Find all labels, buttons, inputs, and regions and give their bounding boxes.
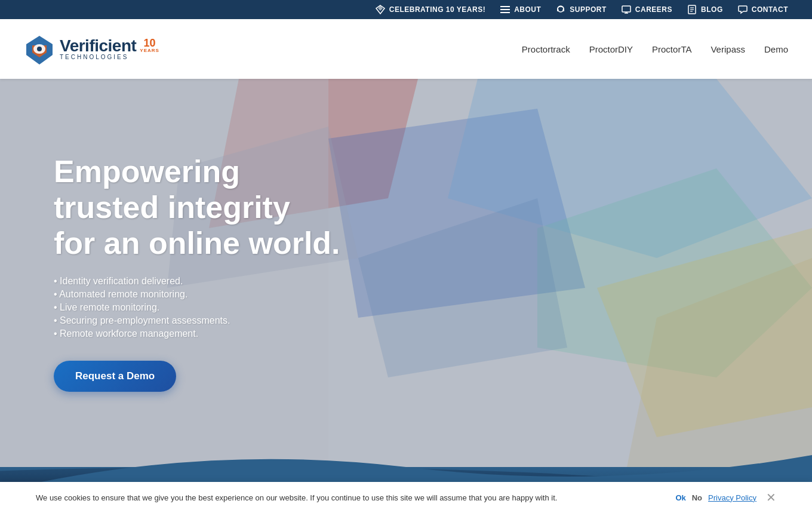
nav-veripass[interactable]: Veripass xyxy=(710,44,745,54)
topbar-support[interactable]: SUPPORT xyxy=(555,4,607,15)
svg-rect-3 xyxy=(500,9,510,10)
svg-rect-7 xyxy=(563,9,565,11)
bullet-5: • Remote workforce management. xyxy=(54,328,340,339)
nav-demo[interactable]: Demo xyxy=(764,44,788,54)
topbar-about[interactable]: ABOUT xyxy=(500,4,541,15)
svg-rect-4 xyxy=(500,12,510,13)
logo[interactable]: Verificient TECHNOLOGIES 10 YEARS xyxy=(24,33,159,64)
bullet-1: • Identity verification delivered. xyxy=(54,276,340,287)
cookie-ok-button[interactable]: Ok xyxy=(675,493,685,502)
menu-icon xyxy=(500,4,510,15)
nav-proctorta[interactable]: ProctorTA xyxy=(652,44,691,54)
cookie-close-button[interactable]: ✕ xyxy=(766,490,776,505)
topbar-celebrating[interactable]: CELEBRATING 10 YEARS! xyxy=(375,4,485,15)
topbar-blog[interactable]: BLOG xyxy=(687,4,723,15)
cookie-actions: Ok No Privacy Policy xyxy=(675,493,756,502)
diamond-icon xyxy=(375,4,386,15)
logo-badge: 10 YEARS xyxy=(140,38,159,53)
nav-proctordiy[interactable]: ProctorDIY xyxy=(589,44,633,54)
cookie-text: We use cookies to ensure that we give yo… xyxy=(36,493,663,502)
headset-icon xyxy=(555,4,566,15)
cookie-no-button[interactable]: No xyxy=(692,493,702,502)
bullet-3: • Live remote monitoring. xyxy=(54,302,340,313)
chat-icon xyxy=(737,4,748,15)
logo-icon xyxy=(24,33,55,64)
logo-sub: TECHNOLOGIES xyxy=(60,54,136,60)
request-demo-button[interactable]: Request a Demo xyxy=(54,361,176,392)
hero-section: Empowering trusted integrity for an onli… xyxy=(0,79,812,467)
monitor-icon xyxy=(621,4,632,15)
top-bar: CELEBRATING 10 YEARS! ABOUT SUPPORT xyxy=(0,0,812,19)
svg-rect-8 xyxy=(622,6,630,12)
svg-rect-6 xyxy=(557,9,559,11)
topbar-contact[interactable]: CONTACT xyxy=(737,4,788,15)
cookie-bar: We use cookies to ensure that we give yo… xyxy=(0,482,812,513)
svg-point-18 xyxy=(37,47,42,51)
hero-bullets: • Identity verification delivered. • Aut… xyxy=(54,276,340,339)
main-nav: Verificient TECHNOLOGIES 10 YEARS Procto… xyxy=(0,19,812,79)
svg-rect-2 xyxy=(500,6,510,7)
nav-proctortrack[interactable]: Proctortrack xyxy=(522,44,570,54)
document-icon xyxy=(687,4,697,15)
logo-name: Verificient xyxy=(60,38,136,54)
bullet-4: • Securing pre-employment assessments. xyxy=(54,315,340,326)
hero-heading: Empowering trusted integrity for an onli… xyxy=(54,154,340,261)
cookie-privacy-link[interactable]: Privacy Policy xyxy=(708,493,756,502)
bullet-2: • Automated remote monitoring. xyxy=(54,289,340,300)
nav-links: Proctortrack ProctorDIY ProctorTA Veripa… xyxy=(522,44,788,54)
hero-content: Empowering trusted integrity for an onli… xyxy=(0,154,340,391)
topbar-careers[interactable]: CAREERS xyxy=(621,4,672,15)
